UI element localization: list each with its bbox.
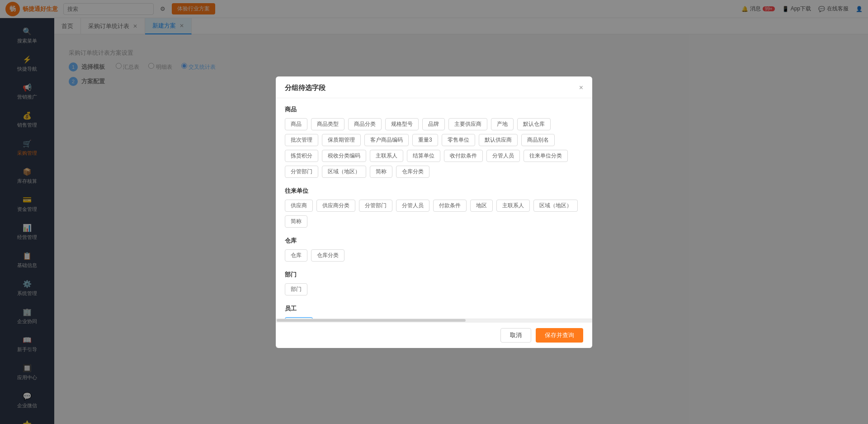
field-tag[interactable]: 主要供应商 — [448, 118, 487, 130]
field-tag[interactable]: 分管部门 — [285, 166, 318, 178]
modal-header: 分组待选字段 × — [276, 76, 592, 98]
field-tag[interactable]: 仓库 — [285, 249, 307, 262]
field-tag[interactable]: 供应商分类 — [316, 200, 355, 212]
field-select-modal: 分组待选字段 × 商品 商品 商品类型 商品分类 规格型号 — [276, 76, 592, 348]
field-tag[interactable]: 税收分类编码 — [322, 150, 366, 162]
field-tag[interactable]: 付款条件 — [433, 200, 467, 212]
field-tag[interactable]: 仓库分类 — [396, 166, 429, 178]
field-tag[interactable]: 简称 — [370, 166, 392, 178]
section-counterpart: 往来单位 供应商 供应商分类 分管部门 分管人员 付款条件 地区 主联系人 区域… — [285, 187, 583, 228]
field-tag[interactable]: 默认仓库 — [517, 118, 551, 130]
field-tag[interactable]: 重量3 — [412, 134, 438, 146]
field-tag[interactable]: 产地 — [491, 118, 514, 130]
field-tag[interactable]: 地区 — [470, 200, 493, 212]
field-tag[interactable]: 商品别名 — [521, 134, 555, 146]
field-tag[interactable]: 往来单位分类 — [524, 150, 568, 162]
field-tag[interactable]: 拣货积分 — [285, 150, 318, 162]
field-tag[interactable]: 部门 — [285, 283, 307, 295]
field-tag[interactable]: 商品类型 — [311, 118, 344, 130]
field-tag[interactable]: 供应商 — [285, 200, 313, 212]
counterpart-fields: 供应商 供应商分类 分管部门 分管人员 付款条件 地区 主联系人 区域（地区） … — [285, 200, 583, 228]
modal-footer: 取消 保存并查询 — [276, 322, 592, 348]
section-employee-title: 员工 — [285, 305, 583, 313]
product-fields: 商品 商品类型 商品分类 规格型号 品牌 主要供应商 产地 默认仓库 批次管理 … — [285, 118, 583, 178]
modal-body: 商品 商品 商品类型 商品分类 规格型号 品牌 主要供应商 产地 默认仓库 批次… — [276, 98, 592, 319]
field-tag[interactable]: 默认供应商 — [479, 134, 518, 146]
field-tag[interactable]: 客户商品编码 — [364, 134, 409, 146]
field-tag[interactable]: 零售单位 — [442, 134, 475, 146]
field-tag[interactable]: 主联系人 — [496, 200, 530, 212]
department-fields: 部门 — [285, 283, 583, 295]
field-tag[interactable]: 简称 — [285, 215, 307, 228]
field-tag[interactable]: 结算单位 — [407, 150, 440, 162]
field-tag[interactable]: 商品分类 — [348, 118, 382, 130]
section-product: 商品 商品 商品类型 商品分类 规格型号 品牌 主要供应商 产地 默认仓库 批次… — [285, 105, 583, 178]
field-tag[interactable]: 分管部门 — [359, 200, 392, 212]
section-employee: 员工 业务员 — [285, 305, 583, 319]
field-tag[interactable]: 仓库分类 — [311, 249, 344, 262]
content-area: 首页 采购订单统计表 ✕ 新建方案 ✕ 采购订单统计表方案设置 1 选择模板 汇 — [54, 18, 868, 424]
field-tag[interactable]: 区域（地区） — [322, 166, 366, 178]
field-tag[interactable]: 分管人员 — [486, 150, 520, 162]
field-tag[interactable]: 规格型号 — [385, 118, 419, 130]
field-tag[interactable]: 品牌 — [422, 118, 445, 130]
save-button[interactable]: 保存并查询 — [536, 328, 583, 343]
modal-backdrop: 分组待选字段 × 商品 商品 商品类型 商品分类 规格型号 — [54, 34, 868, 424]
modal-hscroll-thumb — [277, 319, 466, 322]
section-department-title: 部门 — [285, 271, 583, 279]
field-tag[interactable]: 商品 — [285, 118, 307, 130]
modal-horizontal-scrollbar[interactable] — [276, 319, 592, 322]
field-tag[interactable]: 收付款条件 — [444, 150, 483, 162]
warehouse-fields: 仓库 仓库分类 — [285, 249, 583, 262]
modal-title: 分组待选字段 — [285, 84, 326, 92]
section-counterpart-title: 往来单位 — [285, 187, 583, 195]
field-tag[interactable]: 保质期管理 — [322, 134, 361, 146]
section-department: 部门 部门 — [285, 271, 583, 295]
modal-close-button[interactable]: × — [579, 84, 583, 92]
section-product-title: 商品 — [285, 105, 583, 114]
page-content: 采购订单统计表方案设置 1 选择模板 汇总表 明细表 交叉统计表 — [54, 34, 868, 424]
field-tag[interactable]: 分管人员 — [396, 200, 429, 212]
main-layout: 🔍 搜索菜单 ⚡ 快捷导航 📢 营销推广 💰 销售管理 🛒 采购管理 📦 库存核… — [0, 18, 868, 424]
cancel-button[interactable]: 取消 — [500, 328, 531, 343]
field-tag[interactable]: 批次管理 — [285, 134, 318, 146]
section-warehouse: 仓库 仓库 仓库分类 — [285, 237, 583, 262]
field-tag[interactable]: 区域（地区） — [533, 200, 578, 212]
field-tag[interactable]: 主联系人 — [370, 150, 403, 162]
section-warehouse-title: 仓库 — [285, 237, 583, 245]
